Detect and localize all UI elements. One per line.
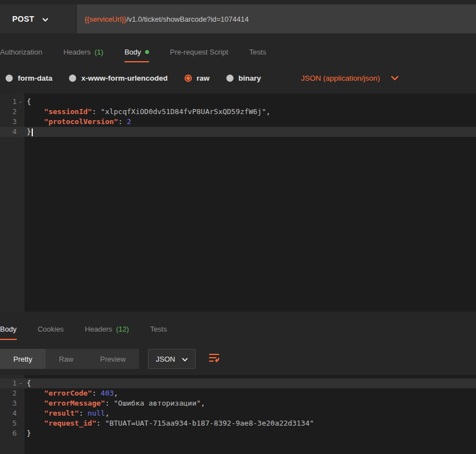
- radio-icon: [226, 75, 234, 82]
- code-line-3: 3 "protocolVersion": 2: [0, 117, 476, 127]
- code-line-4: 4 "result": null,: [0, 408, 476, 418]
- radio-label: raw: [197, 74, 210, 82]
- url-env-variable: {{serviceUrl}}: [85, 15, 126, 23]
- tab-label: Body: [125, 48, 141, 56]
- gap: [0, 33, 476, 42]
- chevron-down-icon: [182, 355, 188, 363]
- radio-label: form-data: [18, 74, 52, 82]
- chevron-down-icon: [42, 14, 48, 23]
- gap: [0, 369, 476, 375]
- response-body-viewer[interactable]: 1-{2 "errorCode": 403,3 "errorMessage": …: [0, 375, 476, 454]
- method-label: POST: [12, 14, 34, 23]
- format-label: JSON: [156, 355, 175, 363]
- request-url-bar: POST {{serviceUrl}}/v1.0/ticket/showBarc…: [0, 4, 476, 33]
- request-body-editor[interactable]: 1-{2 "sessionId": "xlpcqfXiOD0dv51D84fvP…: [0, 93, 476, 312]
- view-mode-switch: Pretty Raw Preview: [0, 349, 139, 369]
- wrap-lines-icon: [208, 352, 220, 366]
- tab-label: Tests: [150, 325, 167, 333]
- wrap-lines-button[interactable]: [205, 349, 224, 369]
- tab-label: Cookies: [38, 325, 64, 333]
- tab-count: (1): [95, 48, 103, 56]
- response-tab-body[interactable]: Body: [0, 319, 17, 340]
- radio-selected-icon: [185, 75, 192, 82]
- green-dot-icon: [145, 50, 149, 54]
- code-line-5: 5 "request_id": "BTUAT=UAT-715aa934-b187…: [0, 418, 476, 428]
- code-line-6: 6}: [0, 428, 476, 438]
- radio-icon: [6, 75, 13, 82]
- segment-label: Preview: [100, 355, 126, 363]
- gap: [0, 340, 476, 349]
- gap: [0, 312, 476, 319]
- response-tab-tests[interactable]: Tests: [150, 319, 167, 340]
- content-type-dropdown[interactable]: JSON (application/json): [301, 74, 399, 82]
- tab-label: Pre-request Script: [170, 48, 229, 56]
- response-tab-headers[interactable]: Headers (12): [85, 319, 129, 340]
- view-mode-pretty[interactable]: Pretty: [0, 349, 46, 369]
- tab-tests[interactable]: Tests: [249, 42, 266, 62]
- segment-label: Pretty: [13, 355, 32, 363]
- radio-raw[interactable]: raw: [185, 74, 210, 82]
- tab-count: (12): [116, 325, 129, 333]
- response-format-dropdown[interactable]: JSON: [148, 349, 196, 369]
- code-line-2: 2 "sessionId": "xlpcqfXiOD0dv51D84fvP8UA…: [0, 107, 476, 117]
- view-mode-raw[interactable]: Raw: [46, 349, 87, 369]
- code-line-1: 1-{: [0, 97, 476, 107]
- view-mode-preview[interactable]: Preview: [87, 349, 139, 369]
- top-gap: [0, 0, 476, 4]
- body-mode-row: form-data x-www-form-urlencoded raw bina…: [0, 62, 476, 93]
- postman-window: POST {{serviceUrl}}/v1.0/ticket/showBarc…: [0, 0, 476, 454]
- content-type-label: JSON (application/json): [301, 74, 380, 82]
- method-dropdown[interactable]: POST: [0, 4, 77, 33]
- tab-label: Body: [0, 325, 17, 333]
- code-line-1: 1-{: [0, 378, 476, 388]
- chevron-down-icon: [391, 74, 399, 82]
- response-tabs: Body Cookies Headers (12) Tests: [0, 319, 476, 340]
- url-path: /v1.0/ticket/showBarcode?id=1074414: [126, 15, 249, 23]
- radio-label: binary: [239, 74, 261, 82]
- radio-label: x-www-form-urlencoded: [81, 74, 167, 82]
- url-input[interactable]: {{serviceUrl}}/v1.0/ticket/showBarcode?i…: [77, 4, 476, 33]
- radio-icon: [69, 75, 76, 82]
- response-toolbar: Pretty Raw Preview JSON: [0, 349, 476, 369]
- radio-x-www-form-urlencoded[interactable]: x-www-form-urlencoded: [69, 74, 167, 82]
- segment-label: Raw: [59, 355, 73, 363]
- tab-body[interactable]: Body: [125, 42, 149, 62]
- radio-form-data[interactable]: form-data: [6, 74, 52, 82]
- response-tab-cookies[interactable]: Cookies: [38, 319, 64, 340]
- tab-pre-request-script[interactable]: Pre-request Script: [170, 42, 229, 62]
- code-line-2: 2 "errorCode": 403,: [0, 388, 476, 398]
- tab-label: Headers: [85, 325, 112, 333]
- code-line-3: 3 "errorMessage": "Ошибка авторизации",: [0, 398, 476, 408]
- code-line-4: 4}: [0, 127, 476, 137]
- tab-label: Headers: [63, 48, 91, 56]
- tab-headers[interactable]: Headers (1): [63, 42, 103, 62]
- radio-binary[interactable]: binary: [226, 74, 261, 82]
- text-cursor: [32, 129, 33, 136]
- tab-label: Authorization: [0, 48, 42, 56]
- tab-label: Tests: [249, 48, 266, 56]
- tab-authorization[interactable]: Authorization: [0, 42, 42, 62]
- request-tabs: Authorization Headers (1) Body Pre-reque…: [0, 42, 476, 62]
